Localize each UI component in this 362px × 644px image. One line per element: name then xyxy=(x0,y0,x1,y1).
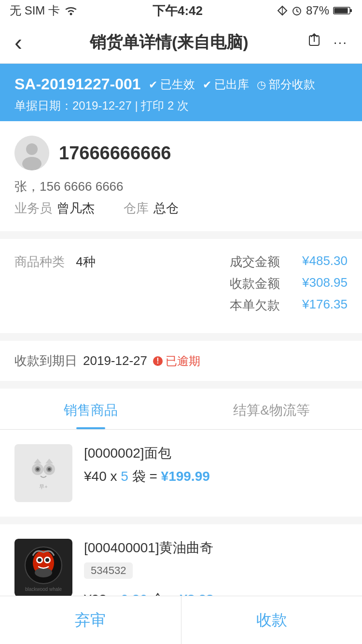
overdue-date: 2019-12-27 xyxy=(83,353,147,368)
overdue-dot-icon: ! xyxy=(153,356,163,366)
deal-row: 成交金额 ¥485.30 xyxy=(230,253,348,270)
svg-point-10 xyxy=(22,157,42,170)
more-icon[interactable]: ··· xyxy=(334,35,348,50)
svg-point-26 xyxy=(45,558,49,562)
salesperson-value: 曾凡杰 xyxy=(57,200,95,217)
product-name-1: [0000002]面包 xyxy=(84,444,348,462)
debt-label: 本单欠款 xyxy=(230,297,280,314)
svg-point-22 xyxy=(35,568,52,577)
summary-left: 商品种类 4种 xyxy=(14,253,96,273)
product-qty-1: 5 xyxy=(121,469,128,484)
check-icon-1 xyxy=(149,78,157,91)
product-total-1: ¥199.99 xyxy=(161,469,210,484)
svg-rect-6 xyxy=(334,8,348,14)
bottom-bar: 弃审 收款 xyxy=(0,596,362,644)
product-type-value: 4种 xyxy=(76,254,95,269)
alarm-icon xyxy=(292,5,302,16)
deal-label: 成交金额 xyxy=(230,253,280,270)
collected-row: 收款金额 ¥308.95 xyxy=(230,275,348,292)
battery-icon xyxy=(333,6,352,15)
nav-actions: ··· xyxy=(306,33,348,52)
svg-point-17 xyxy=(48,468,51,471)
warehouse-meta: 仓库 总仓 xyxy=(124,200,179,217)
page-title: 销货单详情(来自电脑) xyxy=(32,31,306,54)
product-thumb-2: blackwood whale xyxy=(14,539,72,597)
svg-rect-5 xyxy=(350,9,352,12)
overdue-label: 收款到期日 xyxy=(14,352,77,369)
tabs-container: 销售商品 结算&物流等 xyxy=(0,389,362,430)
badge-partial: 部分收款 xyxy=(257,77,315,92)
customer-top: 17666666666 xyxy=(14,136,348,170)
svg-text:blackwood whale: blackwood whale xyxy=(25,587,62,592)
salesperson-meta: 业务员 曾凡杰 xyxy=(14,200,95,217)
badge-active: 已生效 xyxy=(149,77,195,92)
summary-right: 成交金额 ¥485.30 收款金额 ¥308.95 本单欠款 ¥176.35 xyxy=(230,253,348,319)
customer-meta: 业务员 曾凡杰 仓库 总仓 xyxy=(14,200,348,217)
svg-point-16 xyxy=(36,468,39,471)
product-price-row-1: ¥40 x 5 袋 = ¥199.99 xyxy=(84,467,348,486)
product-info-1: [0000002]面包 ¥40 x 5 袋 = ¥199.99 xyxy=(84,444,348,486)
overdue-row: 收款到期日 2019-12-27 ! 已逾期 xyxy=(0,341,362,381)
debt-value: ¥176.35 xyxy=(290,297,348,314)
collected-value: ¥308.95 xyxy=(290,275,348,292)
overdue-badge-text: 已逾期 xyxy=(166,353,200,369)
svg-rect-11 xyxy=(19,449,68,497)
list-item: 早+ [0000002]面包 ¥40 x 5 袋 = ¥199.99 xyxy=(0,430,362,517)
check-icon-2 xyxy=(203,78,211,91)
customer-phone: 17666666666 xyxy=(59,143,171,164)
divider xyxy=(0,381,362,389)
product-image-1: 早+ xyxy=(19,449,68,497)
warehouse-value: 总仓 xyxy=(153,200,179,217)
order-id: SA-20191227-001 xyxy=(14,75,141,93)
tab-settlement[interactable]: 结算&物流等 xyxy=(181,389,362,429)
warehouse-label: 仓库 xyxy=(124,200,149,217)
avatar xyxy=(14,136,49,170)
svg-text:早+: 早+ xyxy=(39,484,47,490)
status-right: 87% xyxy=(277,4,352,17)
clock-icon xyxy=(257,78,266,91)
header-banner: SA-20191227-001 已生效 已出库 部分收款 单据日期：2019-1… xyxy=(0,64,362,121)
share-icon[interactable] xyxy=(306,33,322,52)
confirm-button[interactable]: 收款 xyxy=(181,596,362,644)
product-sku-2: 534532 xyxy=(84,562,133,579)
salesperson-label: 业务员 xyxy=(14,200,52,217)
battery-label: 87% xyxy=(306,4,329,17)
wifi-icon xyxy=(64,5,78,16)
overdue-badge: ! 已逾期 xyxy=(153,353,200,369)
svg-line-3 xyxy=(297,11,298,12)
summary-card: 商品种类 4种 成交金额 ¥485.30 收款金额 ¥308.95 本单欠款 ¥… xyxy=(0,239,362,333)
tab-products[interactable]: 销售商品 xyxy=(0,389,181,429)
nav-bar: ‹ 销货单详情(来自电脑) ··· xyxy=(0,21,362,64)
svg-point-9 xyxy=(26,143,38,155)
svg-point-0 xyxy=(70,13,72,15)
location-icon xyxy=(277,5,288,16)
customer-name: 张，156 6666 6666 xyxy=(14,178,348,195)
product-thumb-1: 早+ xyxy=(14,444,72,502)
status-left: 无 SIM 卡 xyxy=(10,3,78,18)
back-button[interactable]: ‹ xyxy=(14,29,32,56)
svg-point-25 xyxy=(38,558,42,562)
customer-card: 17666666666 张，156 6666 6666 业务员 曾凡杰 仓库 总… xyxy=(0,121,362,231)
product-image-2: blackwood whale xyxy=(14,539,72,597)
status-time: 下午4:42 xyxy=(153,2,203,19)
collected-label: 收款金额 xyxy=(230,275,280,292)
debt-row: 本单欠款 ¥176.35 xyxy=(230,297,348,314)
status-bar: 无 SIM 卡 下午4:42 87% xyxy=(0,0,362,21)
order-id-row: SA-20191227-001 已生效 已出库 部分收款 xyxy=(14,75,348,93)
badge-outbound: 已出库 xyxy=(203,77,249,92)
product-type-label: 商品种类 xyxy=(14,254,65,269)
deal-value: ¥485.30 xyxy=(290,253,348,270)
product-type-item: 商品种类 4种 xyxy=(14,253,96,270)
product-name-2: [000400001]黄油曲奇 xyxy=(84,539,348,557)
sim-label: 无 SIM 卡 xyxy=(10,3,60,18)
header-date: 单据日期：2019-12-27 | 打印 2 次 xyxy=(14,98,348,113)
cancel-button[interactable]: 弃审 xyxy=(0,596,181,644)
